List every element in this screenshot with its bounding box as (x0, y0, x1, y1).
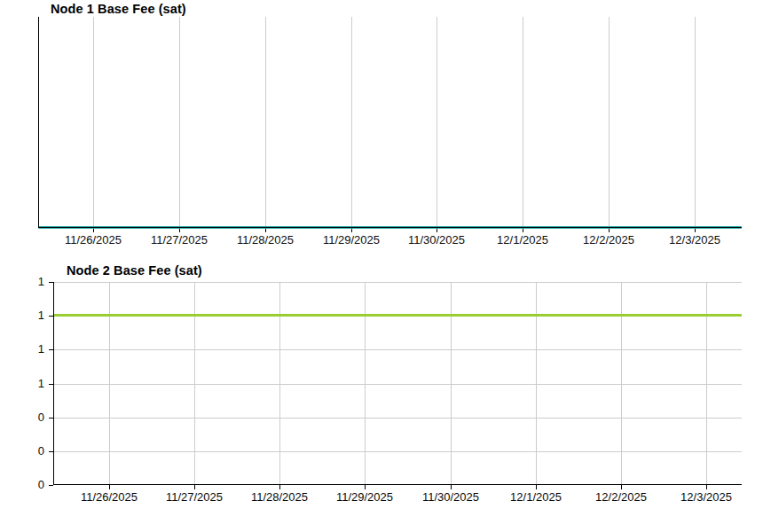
x-axis-line (38, 227, 742, 228)
y-tick-label: 1 (12, 275, 44, 289)
y-tick-label: 0 (12, 411, 44, 425)
x-gridline (437, 17, 437, 228)
x-gridline (265, 17, 266, 228)
y-tick-label: 1 (12, 309, 44, 323)
y-axis-line (38, 17, 39, 228)
node2-base-fee-series-line (53, 314, 742, 317)
y-tick-label: 1 (12, 377, 44, 391)
plot-area-node1: 11/26/202511/27/202511/28/202511/29/2025… (38, 17, 742, 228)
x-gridline (695, 17, 696, 228)
y-gridline (53, 282, 742, 283)
x-tick-mark (621, 485, 622, 489)
y-gridline (53, 349, 742, 350)
x-tick-label: 12/3/2025 (641, 233, 748, 246)
plot-area-node2: 11/26/202511/27/202511/28/202511/29/2025… (53, 282, 742, 485)
x-tick-mark (109, 485, 110, 489)
x-gridline (351, 17, 352, 228)
x-gridline (179, 17, 180, 228)
x-tick-mark (536, 485, 537, 489)
y-tick-mark (49, 485, 53, 486)
chart-title-node1: Node 1 Base Fee (sat) (51, 2, 186, 16)
x-tick-label: 12/3/2025 (653, 490, 759, 504)
x-axis-line (53, 484, 742, 485)
x-tick-mark (706, 485, 707, 489)
y-gridline (53, 384, 742, 385)
x-tick-mark (451, 485, 452, 489)
x-tick-mark (279, 485, 280, 489)
x-tick-mark (365, 485, 366, 489)
dual-chart-page: Node 1 Base Fee (sat) 11/26/202511/27/20… (0, 0, 763, 532)
y-tick-label: 0 (12, 478, 44, 492)
chart-title-node2: Node 2 Base Fee (sat) (67, 263, 202, 278)
x-gridline (523, 17, 523, 228)
x-gridline (609, 17, 610, 228)
y-gridline (53, 418, 742, 419)
x-gridline (93, 17, 94, 228)
y-tick-label: 0 (12, 444, 44, 458)
y-tick-label: 1 (12, 342, 44, 356)
y-axis-line (53, 282, 54, 485)
x-tick-mark (194, 485, 195, 489)
y-gridline (53, 451, 742, 452)
